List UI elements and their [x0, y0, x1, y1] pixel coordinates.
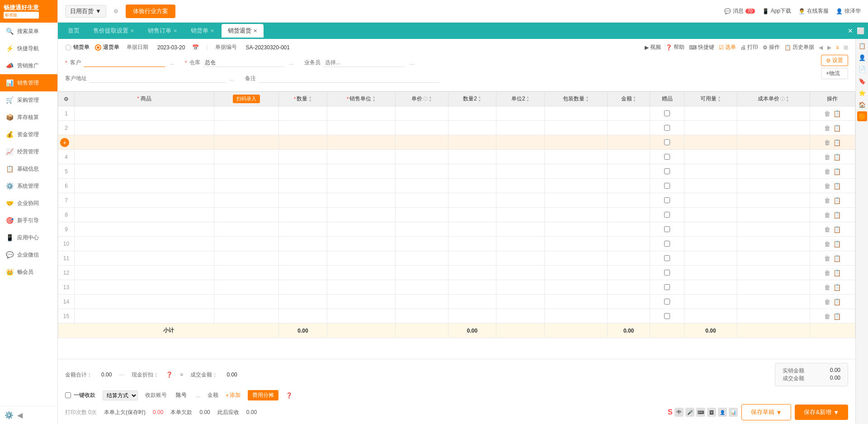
- shortcut-btn[interactable]: ⌨ 快捷键: [689, 43, 714, 51]
- customer-input[interactable]: [84, 58, 165, 67]
- unit-cell[interactable]: [327, 135, 395, 150]
- product-input[interactable]: [78, 139, 210, 146]
- sidebar-item-search[interactable]: 🔍 搜索菜单: [0, 23, 57, 40]
- history-btn[interactable]: 📋 历史单据: [784, 43, 814, 51]
- quantity-cell[interactable]: [279, 135, 327, 150]
- experience-btn[interactable]: 体验行业方案: [126, 5, 175, 18]
- delete-icon[interactable]: 🗑: [824, 284, 830, 291]
- calendar-icon[interactable]: 📅: [192, 44, 199, 51]
- sidebar-item-wechat[interactable]: 💬 企业微信: [0, 246, 57, 263]
- fee-help-icon[interactable]: ❓: [286, 392, 292, 399]
- sidebar-item-enterprise[interactable]: 🤝 企业协同: [0, 195, 57, 212]
- tab-price-settings[interactable]: 售价提取设置 ✕: [87, 24, 141, 38]
- available-cell[interactable]: [684, 135, 737, 150]
- prev-icon[interactable]: ◀: [819, 44, 823, 51]
- th-gear[interactable]: ⚙: [58, 92, 75, 106]
- product-cell[interactable]: [75, 106, 214, 121]
- save-new-btn[interactable]: 保存&新增 ▼: [795, 405, 848, 420]
- next-icon[interactable]: ▶: [827, 44, 831, 51]
- delete-icon[interactable]: 🗑: [824, 298, 830, 305]
- product-cell[interactable]: [75, 121, 214, 135]
- unit2-cell[interactable]: [496, 106, 545, 121]
- delete-icon[interactable]: 🗑: [824, 168, 830, 175]
- delete-icon[interactable]: 🗑: [824, 255, 830, 262]
- add-row-btn[interactable]: +: [60, 138, 69, 147]
- sidebar-item-vip[interactable]: 👑 畅会员: [0, 263, 57, 281]
- amount-cell[interactable]: [607, 121, 650, 135]
- delete-icon[interactable]: 🗑: [824, 226, 830, 233]
- available-cell[interactable]: [684, 121, 737, 135]
- save-draft-btn[interactable]: 保存草稿 ▼: [741, 404, 792, 420]
- add-row-cell[interactable]: +: [58, 135, 75, 150]
- radio-delivery[interactable]: 销货单: [65, 43, 90, 51]
- input-icon-1[interactable]: 🎤: [685, 408, 694, 417]
- gift-checkbox[interactable]: [664, 299, 670, 305]
- fee-split-btn[interactable]: 费用分摊: [248, 390, 278, 400]
- tab-maximize-icon[interactable]: ⬜: [857, 27, 864, 34]
- sidebar-item-finance[interactable]: 💰 资金管理: [0, 126, 57, 143]
- qty2-cell[interactable]: [448, 135, 496, 150]
- warehouse-select-btn[interactable]: ...: [289, 60, 293, 66]
- gift-checkbox[interactable]: [664, 197, 670, 203]
- copy-icon[interactable]: 📋: [833, 269, 841, 276]
- app-download-btn[interactable]: 📱 App下载: [762, 7, 791, 15]
- gift-checkbox[interactable]: [664, 212, 670, 218]
- settings-side-btn[interactable]: ⚙ 设置: [821, 55, 848, 66]
- cost-cell[interactable]: [737, 121, 810, 135]
- copy-icon[interactable]: 📋: [833, 110, 841, 117]
- close-icon[interactable]: ✕: [130, 28, 134, 34]
- pack-qty-cell[interactable]: [545, 106, 608, 121]
- one-click-pay-checkbox[interactable]: [65, 392, 71, 398]
- user-avatar[interactable]: 👤 徐泽华: [836, 7, 861, 15]
- chinese-icon[interactable]: 中: [675, 408, 684, 417]
- copy-icon[interactable]: 📋: [833, 298, 841, 305]
- input-icon-5[interactable]: 📊: [729, 408, 738, 417]
- rs-item-2[interactable]: 👤: [857, 52, 867, 62]
- staff-input[interactable]: [323, 58, 405, 67]
- video-btn[interactable]: ▶ 视频: [645, 43, 661, 51]
- delete-icon[interactable]: 🗑: [824, 110, 830, 117]
- operate-btn[interactable]: ⚙ 操作: [763, 43, 780, 51]
- sidebar-item-operation[interactable]: 📈 经营管理: [0, 143, 57, 160]
- gift-checkbox[interactable]: [664, 110, 670, 116]
- gift-checkbox[interactable]: [664, 183, 670, 189]
- warehouse-input[interactable]: [203, 58, 284, 67]
- remark-input[interactable]: [259, 74, 439, 83]
- copy-icon[interactable]: 📋: [833, 284, 841, 291]
- tab-close-all-icon[interactable]: ✕: [848, 27, 853, 34]
- qty2-cell[interactable]: [448, 121, 496, 135]
- gift-cell[interactable]: [650, 121, 684, 135]
- list-view-icon[interactable]: ≡: [836, 44, 839, 51]
- delete-icon[interactable]: 🗑: [824, 211, 830, 219]
- gift-checkbox[interactable]: [664, 270, 670, 276]
- delete-icon[interactable]: 🗑: [824, 197, 830, 204]
- input-icon-2[interactable]: ⌨: [696, 408, 705, 417]
- amount-cell[interactable]: [607, 106, 650, 121]
- sidebar-item-marketing[interactable]: 📣 营销推广: [0, 57, 57, 74]
- input-icon-4[interactable]: 👤: [718, 408, 727, 417]
- gift-checkbox[interactable]: [664, 241, 670, 247]
- category-select[interactable]: 日用百货 ▼: [65, 5, 106, 18]
- sidebar-item-inventory[interactable]: 📦 库存核算: [0, 109, 57, 126]
- close-icon[interactable]: ✕: [210, 28, 214, 34]
- delete-icon[interactable]: 🗑: [824, 124, 830, 132]
- online-service-btn[interactable]: 👨‍💼 在线客服: [798, 7, 829, 15]
- sidebar-item-purchase[interactable]: 🛒 采购管理: [0, 91, 57, 109]
- message-btn[interactable]: 💬 消息 70: [724, 7, 755, 15]
- rs-item-3[interactable]: 📄: [857, 64, 867, 74]
- rs-item-6[interactable]: 🏠: [857, 100, 867, 110]
- price-cell[interactable]: [396, 121, 448, 135]
- delete-icon[interactable]: 🗑: [824, 313, 830, 320]
- sidebar-item-shortcut[interactable]: ⚡ 快捷导航: [0, 40, 57, 57]
- gift-checkbox[interactable]: [664, 139, 670, 145]
- th-barcode[interactable]: 扫码录入: [214, 92, 279, 106]
- quantity-cell[interactable]: [279, 121, 327, 135]
- delete-icon[interactable]: 🗑: [824, 139, 830, 146]
- delete-icon[interactable]: 🗑: [824, 153, 830, 161]
- rs-item-7[interactable]: 🟠: [857, 111, 867, 121]
- copy-icon[interactable]: 📋: [833, 226, 841, 233]
- sidebar-item-basic[interactable]: 📋 基础信息: [0, 160, 57, 177]
- rs-item-5[interactable]: ⭐: [857, 88, 867, 98]
- gift-checkbox[interactable]: [664, 255, 670, 261]
- quantity-cell[interactable]: [279, 106, 327, 121]
